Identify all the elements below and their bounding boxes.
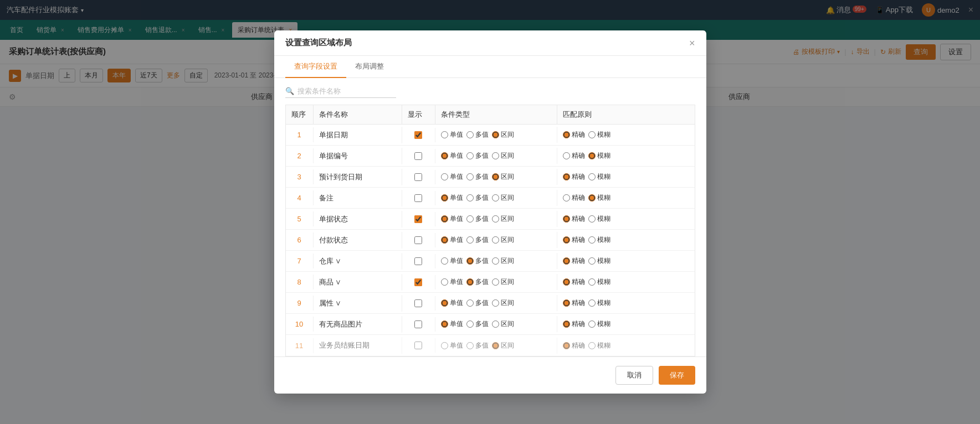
col-header-name: 条件名称: [314, 105, 402, 107]
col-header-display: 显示: [402, 105, 435, 107]
dialog-close-button[interactable]: ×: [689, 38, 695, 48]
dialog-table-header: 顺序 条件名称 显示 条件类型 匹配原则: [285, 105, 695, 107]
col-header-match: 匹配原则: [557, 105, 668, 107]
search-box: 🔍: [285, 85, 396, 98]
modal-overlay: 设置查询区域布局 × 查询字段设置 布局调整 🔍 顺序 条件名称 显示: [0, 0, 980, 107]
dialog-search-area: 🔍: [274, 78, 706, 105]
col-header-type: 条件类型: [435, 105, 557, 107]
dialog-table-area: 顺序 条件名称 显示 条件类型 匹配原则 1 单据日期 单值 多值: [274, 105, 706, 107]
dialog-title: 设置查询区域布局: [285, 38, 352, 48]
dialog-header: 设置查询区域布局 ×: [274, 30, 706, 56]
settings-dialog: 设置查询区域布局 × 查询字段设置 布局调整 🔍 顺序 条件名称 显示: [274, 30, 706, 107]
search-input[interactable]: [297, 87, 386, 95]
tab-query-settings[interactable]: 查询字段设置: [285, 56, 346, 78]
col-header-order: 顺序: [286, 105, 314, 107]
dialog-tabs: 查询字段设置 布局调整: [274, 56, 706, 78]
search-icon: 🔍: [285, 87, 294, 95]
tab-query-settings-label: 查询字段设置: [294, 62, 337, 70]
tab-layout-adjust-label: 布局调整: [355, 62, 384, 70]
tab-layout-adjust[interactable]: 布局调整: [346, 56, 393, 78]
